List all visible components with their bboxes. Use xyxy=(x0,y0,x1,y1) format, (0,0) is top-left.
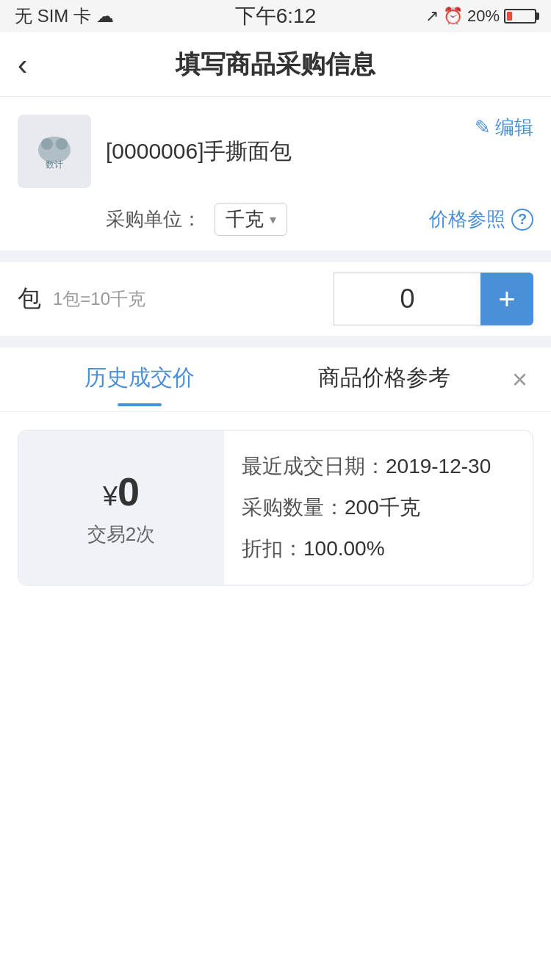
transaction-card: ¥0 交易2次 最近成交日期：2019-12-30 采购数量：200千克 折扣：… xyxy=(18,430,533,586)
edit-button[interactable]: ✎ 编辑 xyxy=(475,115,533,140)
back-button[interactable]: ‹ xyxy=(18,50,27,79)
purchase-qty-label: 采购数量： xyxy=(242,496,345,519)
purchase-qty-row: 采购数量：200千克 xyxy=(242,492,515,523)
status-bar: 无 SIM 卡 ☁ 下午6:12 ↗ ⏰ 20% xyxy=(0,0,551,32)
unit-select[interactable]: 千克 ▾ xyxy=(215,203,287,236)
product-name: [0000006]手撕面包 xyxy=(106,136,292,167)
edit-icon: ✎ xyxy=(475,116,491,139)
svg-text:数计: 数计 xyxy=(46,159,63,170)
alarm-icon: ⏰ xyxy=(443,7,463,26)
product-info: 数计 [0000006]手撕面包 xyxy=(18,115,292,188)
price-ref-button[interactable]: 价格参照 ? xyxy=(429,206,533,232)
product-header: 数计 [0000006]手撕面包 ✎ 编辑 xyxy=(18,115,533,188)
battery-percent: 20% xyxy=(467,7,500,26)
location-icon: ↗ xyxy=(425,7,439,26)
purchase-qty-value: 200千克 xyxy=(345,496,420,519)
discount-label: 折扣： xyxy=(242,537,303,560)
transaction-price-block: ¥0 交易2次 xyxy=(18,430,224,585)
price-value: 0 xyxy=(118,469,140,514)
transaction-details: 最近成交日期：2019-12-30 采购数量：200千克 折扣：100.00% xyxy=(224,430,533,585)
product-card: 数计 [0000006]手撕面包 ✎ 编辑 采购单位： 千克 ▾ 价格参照 ? xyxy=(0,97,551,251)
transaction-area: ¥0 交易2次 最近成交日期：2019-12-30 采购数量：200千克 折扣：… xyxy=(0,412,551,603)
tab-product-price-ref[interactable]: 商品价格参考 xyxy=(262,363,505,396)
discount-value: 100.00% xyxy=(303,537,385,560)
recent-date-row: 最近成交日期：2019-12-30 xyxy=(242,451,515,482)
transaction-price: ¥0 xyxy=(103,469,140,514)
price-panel: 历史成交价 商品价格参考 × ¥0 交易2次 最近成交日期：2019-12-30… xyxy=(0,347,551,980)
svg-point-2 xyxy=(56,138,68,150)
product-thumbnail: 数计 xyxy=(18,115,91,188)
quantity-input-group: + xyxy=(334,273,533,325)
svg-point-1 xyxy=(41,138,53,150)
currency-symbol: ¥ xyxy=(103,481,118,511)
price-ref-help-icon[interactable]: ? xyxy=(511,209,533,231)
quantity-input[interactable] xyxy=(334,273,480,325)
status-left: 无 SIM 卡 ☁ xyxy=(15,4,114,28)
price-panel-tabs: 历史成交价 商品价格参考 × xyxy=(0,347,551,412)
nav-bar: ‹ 填写商品采购信息 xyxy=(0,32,551,97)
white-space-filler xyxy=(0,603,551,980)
status-time: 下午6:12 xyxy=(235,2,317,30)
unit-row-left: 采购单位： 千克 ▾ xyxy=(106,203,287,236)
quantity-label: 包 1包=10千克 xyxy=(18,283,145,315)
quantity-plus-button[interactable]: + xyxy=(480,273,533,325)
unit-value: 千克 xyxy=(226,206,264,232)
quantity-section: 包 1包=10千克 + xyxy=(0,262,551,336)
recent-date-value: 2019-12-30 xyxy=(386,455,491,478)
discount-row: 折扣：100.00% xyxy=(242,533,515,564)
status-right: ↗ ⏰ 20% xyxy=(425,7,536,26)
quantity-unit: 包 xyxy=(18,283,41,315)
section-divider xyxy=(0,336,551,347)
edit-label: 编辑 xyxy=(495,115,533,140)
transaction-count: 交易2次 xyxy=(87,522,155,547)
tab-history-price[interactable]: 历史成交价 xyxy=(18,363,262,396)
product-unit-row: 采购单位： 千克 ▾ 价格参照 ? xyxy=(18,203,533,236)
panel-close-button[interactable]: × xyxy=(506,359,533,401)
unit-label: 采购单位： xyxy=(106,208,201,230)
page-title: 填写商品采购信息 xyxy=(176,48,375,82)
price-ref-label: 价格参照 xyxy=(429,206,505,232)
recent-date-label: 最近成交日期： xyxy=(242,455,386,478)
battery-icon xyxy=(504,9,536,24)
quantity-conversion: 1包=10千克 xyxy=(53,287,145,311)
sim-status: 无 SIM 卡 ☁ xyxy=(15,4,114,28)
unit-dropdown-arrow: ▾ xyxy=(270,212,276,228)
